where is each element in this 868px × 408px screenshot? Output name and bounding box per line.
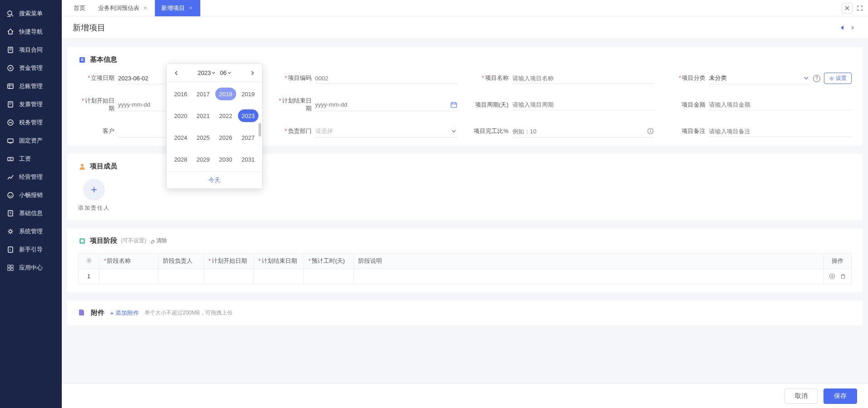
stage-hours-cell[interactable] — [304, 269, 354, 284]
svg-rect-50 — [81, 240, 84, 242]
project-cycle-input[interactable] — [512, 101, 655, 108]
year-option-2030[interactable]: 2030 — [215, 153, 236, 166]
year-option-2017[interactable]: 2017 — [193, 88, 214, 100]
close-icon[interactable]: × — [188, 5, 194, 11]
datepicker-next-button[interactable] — [248, 68, 258, 78]
sidebar-item-10[interactable]: 小畅报销 — [0, 186, 62, 204]
stage-name-cell[interactable] — [99, 269, 159, 284]
trash-icon — [840, 273, 846, 280]
year-option-2019[interactable]: 2019 — [238, 88, 259, 100]
svg-point-36 — [831, 78, 833, 79]
prev-record-button[interactable] — [838, 24, 846, 32]
svg-rect-31 — [81, 60, 84, 61]
datepicker-year-select[interactable]: 2023 — [198, 69, 215, 76]
sidebar-item-12[interactable]: 系统管理 — [0, 222, 62, 241]
sidebar-item-7[interactable]: 固定资产 — [0, 132, 62, 150]
svg-point-51 — [88, 260, 89, 261]
datepicker-today-button[interactable]: 今天 — [167, 171, 262, 188]
add-row-button[interactable] — [828, 273, 836, 280]
sidebar-item-9[interactable]: 经营管理 — [0, 168, 62, 186]
expand-tab-button[interactable] — [854, 3, 865, 14]
sidebar-item-1[interactable]: 快捷导航 — [0, 23, 62, 41]
year-option-2027[interactable]: 2027 — [238, 131, 259, 144]
datepicker-prev-button[interactable] — [171, 68, 181, 78]
stage-owner-cell[interactable] — [159, 269, 204, 284]
delete-row-button[interactable] — [839, 273, 847, 280]
category-help-icon[interactable]: ? — [813, 75, 820, 82]
cancel-button[interactable]: 取消 — [784, 388, 818, 404]
add-attachment-button[interactable]: + 添加附件 — [110, 309, 139, 317]
year-option-2022[interactable]: 2022 — [215, 109, 236, 122]
sidebar-item-2[interactable]: 项目合同 — [0, 41, 62, 59]
save-button[interactable]: 保存 — [823, 388, 857, 404]
tab-2[interactable]: 新增项目× — [155, 0, 200, 16]
calendar-icon[interactable] — [450, 101, 458, 109]
svg-line-1 — [11, 15, 13, 16]
datepicker-month-select[interactable]: 06 — [220, 69, 231, 76]
svg-text:¥: ¥ — [9, 66, 12, 70]
info-icon[interactable] — [646, 127, 655, 135]
project-name-input[interactable] — [512, 75, 655, 82]
basic-info-icon — [78, 56, 86, 64]
datepicker-scrollbar[interactable] — [258, 123, 261, 137]
stages-clear-button[interactable]: 清除 — [150, 237, 167, 245]
attach-hint: 单个大小不超过200MB，可拖拽上传 — [144, 309, 233, 317]
system-icon — [6, 227, 15, 236]
next-record-button[interactable] — [849, 24, 857, 32]
completion-input[interactable] — [512, 128, 647, 135]
sidebar-item-5[interactable]: 发票管理 — [0, 95, 62, 113]
page-title-bar: 新增项目 — [62, 16, 868, 39]
plus-icon: + — [83, 179, 105, 201]
search-icon — [6, 10, 15, 18]
close-icon[interactable]: × — [142, 5, 149, 11]
tab-1[interactable]: 业务利润预估表× — [92, 0, 155, 16]
expense-icon — [6, 191, 15, 199]
sidebar-item-0[interactable]: 搜索菜单 — [0, 5, 62, 23]
year-option-2026[interactable]: 2026 — [215, 131, 236, 144]
tab-label: 首页 — [74, 4, 85, 12]
tab-0[interactable]: 首页 — [67, 0, 92, 16]
panel-stages: 项目阶段 (可不设置) 清除 *阶段名称 阶段负责人 *计划开始日期 *计划结束… — [67, 228, 863, 292]
svg-rect-15 — [8, 139, 13, 143]
sidebar-item-11[interactable]: 基础信息 — [0, 204, 62, 222]
year-option-2021[interactable]: 2021 — [193, 109, 214, 122]
sidebar-item-8[interactable]: 工资 — [0, 150, 62, 168]
sidebar-item-label: 项目合同 — [19, 46, 43, 54]
close-tab-button[interactable] — [842, 3, 853, 14]
svg-point-0 — [8, 11, 12, 15]
year-option-2024[interactable]: 2024 — [170, 131, 191, 144]
category-settings-button[interactable]: 设置 — [824, 73, 852, 84]
department-select[interactable]: 请选择 — [315, 125, 458, 138]
field-project-amount: 项目金额 — [669, 97, 852, 113]
remark-input[interactable] — [709, 128, 852, 135]
year-option-2029[interactable]: 2029 — [193, 153, 214, 166]
tab-bar: 首页业务利润预估表×新增项目× — [62, 0, 868, 16]
sidebar-item-3[interactable]: ¥资金管理 — [0, 59, 62, 77]
stage-end-cell[interactable] — [254, 269, 304, 284]
sidebar-item-4[interactable]: 总账管理 — [0, 77, 62, 95]
year-option-2018[interactable]: 2018 — [215, 88, 236, 100]
field-plan-end: *计划结束日期 — [275, 97, 458, 113]
year-option-2016[interactable]: 2016 — [170, 88, 191, 100]
year-option-2028[interactable]: 2028 — [170, 153, 191, 166]
year-option-2023[interactable]: 2023 — [238, 109, 259, 122]
sidebar-item-label: 固定资产 — [19, 137, 43, 145]
field-department: *负责部门 请选择 — [275, 125, 458, 138]
project-code-input[interactable] — [315, 75, 458, 82]
sidebar-item-label: 经营管理 — [19, 173, 43, 181]
sidebar-item-14[interactable]: 应用中心 — [0, 259, 62, 277]
page-title: 新增项目 — [73, 22, 105, 33]
stage-start-cell[interactable] — [204, 269, 254, 284]
year-option-2025[interactable]: 2025 — [193, 131, 214, 144]
year-option-2031[interactable]: 2031 — [238, 153, 259, 166]
add-member-button[interactable]: + 添加责任人 — [78, 179, 110, 212]
project-amount-input[interactable] — [709, 101, 852, 108]
plan-end-input[interactable] — [315, 99, 458, 111]
svg-rect-28 — [11, 268, 13, 270]
stage-desc-cell[interactable] — [354, 269, 824, 284]
project-category-select[interactable]: 未分类 — [709, 72, 810, 84]
sidebar-item-13[interactable]: 新手引导 — [0, 241, 62, 259]
sidebar-item-6[interactable]: 税务管理 — [0, 113, 62, 132]
table-gear-header[interactable] — [79, 254, 99, 269]
year-option-2020[interactable]: 2020 — [170, 109, 191, 122]
